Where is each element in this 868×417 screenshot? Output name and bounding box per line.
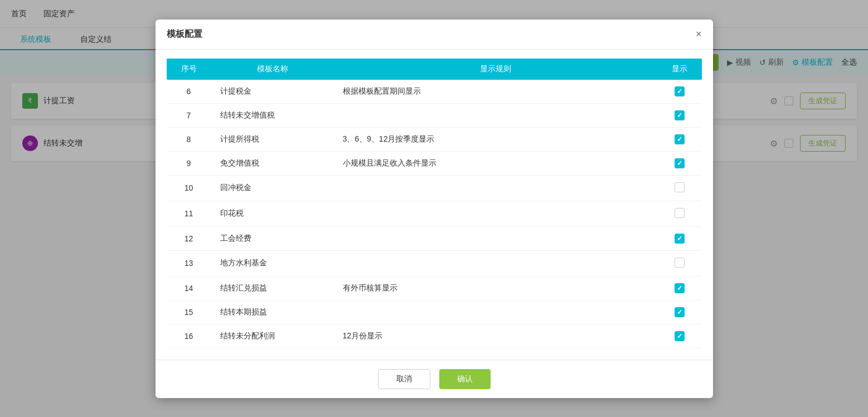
cell-rule — [334, 175, 657, 201]
cell-rule — [334, 103, 657, 127]
cell-id: 12 — [167, 226, 211, 250]
cell-name: 结转汇兑损益 — [211, 276, 334, 300]
cell-id: 13 — [167, 250, 211, 276]
cell-name: 结转未分配利润 — [211, 324, 334, 348]
confirm-button[interactable]: 确认 — [439, 369, 491, 389]
checkbox-11[interactable] — [675, 208, 685, 218]
table-row: 6计提税金根据模板配置期间显示 — [167, 80, 702, 104]
cell-checkbox — [657, 250, 702, 276]
modal-close-button[interactable]: × — [696, 29, 702, 39]
table-row: 9免交增值税小规模且满足收入条件显示 — [167, 151, 702, 175]
cell-name: 地方水利基金 — [211, 250, 334, 276]
cell-rule: 小规模且满足收入条件显示 — [334, 151, 657, 175]
checkbox-9[interactable] — [675, 158, 685, 168]
cell-id: 11 — [167, 201, 211, 226]
cell-checkbox — [657, 324, 702, 348]
cell-rule: 根据模板配置期间显示 — [334, 80, 657, 104]
table-row: 14结转汇兑损益有外币核算显示 — [167, 276, 702, 300]
checkbox-10[interactable] — [675, 182, 685, 192]
config-table: 序号 模板名称 显示规则 显示 6计提税金根据模板配置期间显示7结转未交增值税8… — [167, 59, 702, 348]
cell-name: 回冲税金 — [211, 175, 334, 201]
table-row: 7结转未交增值税 — [167, 103, 702, 127]
checkbox-15[interactable] — [675, 307, 685, 317]
cell-rule — [334, 201, 657, 226]
checkbox-12[interactable] — [675, 234, 685, 244]
cell-id: 6 — [167, 80, 211, 104]
cell-id: 9 — [167, 151, 211, 175]
col-header-display: 显示 — [657, 59, 702, 80]
cell-rule: 3、6、9、12月按季度显示 — [334, 127, 657, 151]
table-row: 11印花税 — [167, 201, 702, 226]
modal-overlay: 模板配置 × 序号 模板名称 显示规则 显示 6计提税金根据模板配置期间显示7结… — [0, 0, 868, 417]
checkbox-8[interactable] — [675, 134, 685, 144]
cell-name: 免交增值税 — [211, 151, 334, 175]
cell-checkbox — [657, 103, 702, 127]
col-header-id: 序号 — [167, 59, 211, 80]
cell-rule — [334, 300, 657, 324]
cell-checkbox — [657, 80, 702, 104]
table-row: 10回冲税金 — [167, 175, 702, 201]
cell-checkbox — [657, 175, 702, 201]
cancel-button[interactable]: 取消 — [378, 369, 430, 389]
cell-name: 印花税 — [211, 201, 334, 226]
cell-name: 结转本期损益 — [211, 300, 334, 324]
table-row: 16结转未分配利润12月份显示 — [167, 324, 702, 348]
modal-header: 模板配置 × — [156, 20, 713, 50]
cell-checkbox — [657, 201, 702, 226]
modal-body: 序号 模板名称 显示规则 显示 6计提税金根据模板配置期间显示7结转未交增值税8… — [156, 50, 713, 360]
table-body: 6计提税金根据模板配置期间显示7结转未交增值税8计提所得税3、6、9、12月按季… — [167, 80, 702, 348]
table-head: 序号 模板名称 显示规则 显示 — [167, 59, 702, 80]
cell-rule: 12月份显示 — [334, 324, 657, 348]
table-row: 13地方水利基金 — [167, 250, 702, 276]
cell-id: 15 — [167, 300, 211, 324]
cell-rule — [334, 226, 657, 250]
cell-rule: 有外币核算显示 — [334, 276, 657, 300]
checkbox-14[interactable] — [675, 283, 685, 293]
col-header-rule: 显示规则 — [334, 59, 657, 80]
col-header-name: 模板名称 — [211, 59, 334, 80]
cell-id: 14 — [167, 276, 211, 300]
checkbox-13[interactable] — [675, 258, 685, 268]
cell-checkbox — [657, 300, 702, 324]
modal-title: 模板配置 — [167, 28, 202, 40]
cell-id: 8 — [167, 127, 211, 151]
cell-rule — [334, 250, 657, 276]
checkbox-16[interactable] — [675, 331, 685, 341]
cell-name: 结转未交增值税 — [211, 103, 334, 127]
cell-name: 计提所得税 — [211, 127, 334, 151]
cell-checkbox — [657, 151, 702, 175]
cell-id: 10 — [167, 175, 211, 201]
table-row: 8计提所得税3、6、9、12月按季度显示 — [167, 127, 702, 151]
cell-id: 16 — [167, 324, 211, 348]
template-config-modal: 模板配置 × 序号 模板名称 显示规则 显示 6计提税金根据模板配置期间显示7结… — [156, 20, 713, 398]
cell-checkbox — [657, 226, 702, 250]
cell-checkbox — [657, 276, 702, 300]
cell-name: 计提税金 — [211, 80, 334, 104]
cell-checkbox — [657, 127, 702, 151]
checkbox-7[interactable] — [675, 110, 685, 120]
modal-footer: 取消 确认 — [156, 360, 713, 398]
table-row: 12工会经费 — [167, 226, 702, 250]
checkbox-6[interactable] — [675, 86, 685, 96]
cell-id: 7 — [167, 103, 211, 127]
table-row: 15结转本期损益 — [167, 300, 702, 324]
cell-name: 工会经费 — [211, 226, 334, 250]
